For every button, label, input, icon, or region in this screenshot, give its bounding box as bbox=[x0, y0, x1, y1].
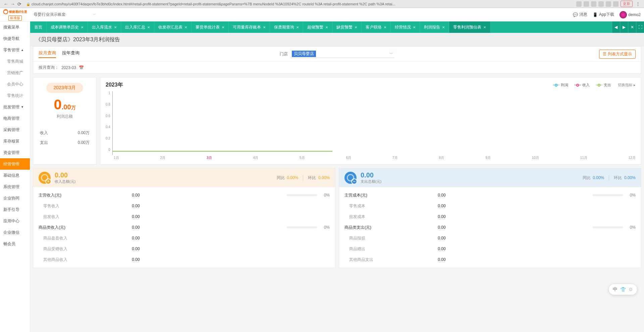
sidebar-item[interactable]: 基础信息 bbox=[0, 170, 30, 181]
sidebar-item[interactable]: 库存核算 bbox=[0, 135, 30, 147]
ext-icon[interactable] bbox=[606, 1, 611, 7]
sidebar-item[interactable]: 系统管理 bbox=[0, 181, 30, 192]
sidebar-item[interactable]: 营销推广 bbox=[0, 67, 30, 78]
income-panel: 0.00 收入总额(元) 同比 0.00% 环比 0.00% 主营收入(元)0.… bbox=[33, 168, 335, 268]
close-icon[interactable]: ✕ bbox=[184, 25, 187, 29]
browser-back-icon[interactable]: ← bbox=[3, 1, 9, 7]
sidebar-item[interactable]: 搜索菜单 bbox=[0, 21, 30, 33]
close-icon[interactable]: ✕ bbox=[384, 25, 386, 29]
app-download-link[interactable]: 📱 App下载 bbox=[593, 12, 614, 17]
sidebar-item[interactable]: 批发管理▼ bbox=[0, 101, 30, 113]
browser-url[interactable]: cloud.chanjet.com/hsy/u400f74daqxn/foTe3… bbox=[23, 2, 576, 6]
tab[interactable]: 出入库流水✕ bbox=[88, 21, 121, 33]
download-icon: 📱 bbox=[593, 12, 598, 17]
browser-update-button[interactable]: 更新 bbox=[621, 1, 633, 7]
close-icon[interactable]: ✕ bbox=[413, 25, 416, 29]
account-set-select[interactable]: 母婴行业演示账套 ﹀ bbox=[34, 12, 96, 17]
tab-scroll-right-icon[interactable]: ▶ bbox=[620, 21, 628, 33]
sidebar-item[interactable]: 经营管理 bbox=[0, 158, 30, 170]
user-menu[interactable]: demo2 bbox=[620, 11, 641, 18]
sidebar-item[interactable]: 零售商城 bbox=[0, 56, 30, 67]
sidebar-item[interactable]: 零售管理▲ bbox=[0, 44, 30, 56]
tab[interactable]: 保质期查询✕ bbox=[270, 21, 303, 33]
browser-reload-icon[interactable]: ⟳ bbox=[16, 1, 23, 7]
list-mode-button[interactable]: ☰ 列表方式显示 bbox=[599, 50, 636, 59]
expense-panel: 0.00 支出总额(元) 同比 0.00% 环比 0.00% 主营成本(元)0.… bbox=[339, 168, 641, 268]
close-icon[interactable]: ✕ bbox=[147, 25, 150, 29]
ext-icon[interactable] bbox=[613, 1, 619, 7]
ext-icon[interactable] bbox=[576, 1, 582, 7]
close-icon[interactable]: ✕ bbox=[355, 25, 357, 29]
calendar-icon[interactable]: 📅 bbox=[79, 65, 84, 70]
logo-edition: 标准版 bbox=[8, 15, 22, 21]
close-icon[interactable]: ✕ bbox=[325, 25, 328, 29]
sidebar-item[interactable]: 企业微信 bbox=[0, 227, 30, 238]
tab[interactable]: 利润报告✕ bbox=[420, 21, 449, 33]
browser-menu-icon[interactable]: ⋮ bbox=[635, 1, 641, 7]
switch-metric-button[interactable]: 切换指标 ▸ bbox=[618, 82, 636, 88]
sidebar-item[interactable]: 快捷导航 bbox=[0, 33, 30, 44]
tab[interactable]: 客户联络✕ bbox=[362, 21, 391, 33]
sidebar-item[interactable]: 会员中心 bbox=[0, 78, 30, 90]
ext-icon[interactable] bbox=[591, 1, 596, 7]
tab[interactable]: 要货单统计表✕ bbox=[192, 21, 229, 33]
store-value: 贝贝母婴店 bbox=[292, 51, 316, 57]
tabs-bar: 首页成本调整单历史✕出入库流水✕出入库汇总✕收发存汇总表✕要货单统计表✕可用量库… bbox=[30, 21, 644, 33]
tab-fullscreen-icon[interactable]: ⛶ bbox=[636, 21, 644, 33]
income-amount-label: 收入总额(元) bbox=[55, 179, 75, 184]
ext-icon[interactable] bbox=[598, 1, 604, 7]
tab[interactable]: 收发存汇总表✕ bbox=[154, 21, 192, 33]
sidebar-item[interactable]: 企业协同 bbox=[0, 192, 30, 204]
tab[interactable]: 超储预警✕ bbox=[303, 21, 332, 33]
month-query-value[interactable]: 2023-03 bbox=[61, 65, 76, 70]
app-logo[interactable]: 畅捷通好生意 标准版 bbox=[0, 8, 30, 21]
browser-extensions: 更新 ⋮ bbox=[576, 1, 641, 7]
ext-icon[interactable] bbox=[584, 1, 589, 7]
tab[interactable]: 成本调整单历史✕ bbox=[47, 21, 88, 33]
legend-item[interactable]: 支出 bbox=[596, 82, 611, 88]
tab-scroll-left-icon[interactable]: ◀ bbox=[612, 21, 620, 33]
tab[interactable]: 经营情况✕ bbox=[391, 21, 420, 33]
expense-amount: 0.00 bbox=[361, 171, 381, 179]
sidebar-item[interactable]: 应用中心 bbox=[0, 215, 30, 227]
tab-close-all-icon[interactable]: ✕ bbox=[628, 21, 636, 33]
sidebar-item[interactable]: 零售统计 bbox=[0, 90, 30, 101]
close-icon[interactable]: ✕ bbox=[114, 25, 117, 29]
x-tick: 4月 bbox=[253, 156, 259, 160]
filter-tab-year[interactable]: 按年查询 bbox=[62, 50, 79, 58]
filter-tab-month[interactable]: 按月查询 bbox=[39, 50, 56, 58]
x-tick: 10月 bbox=[532, 156, 539, 160]
tab[interactable]: 出入库汇总✕ bbox=[121, 21, 154, 33]
sidebar-item[interactable]: 资金管理 bbox=[0, 147, 30, 158]
sidebar-item[interactable]: 采购管理 bbox=[0, 124, 30, 135]
close-icon[interactable]: ✕ bbox=[483, 25, 486, 29]
filter-tabs: 按月查询 按年查询 bbox=[39, 50, 79, 58]
close-icon[interactable]: ✕ bbox=[81, 25, 84, 29]
summary-profit-label: 利润总额 bbox=[37, 114, 92, 119]
close-icon[interactable]: ✕ bbox=[263, 25, 266, 29]
sidebar-item[interactable]: 电商管理 bbox=[0, 113, 30, 124]
close-icon[interactable]: ✕ bbox=[222, 25, 224, 29]
panel-row: 零售成本0.00 bbox=[344, 201, 636, 211]
ime-float[interactable]: 中 👕 ⚙ bbox=[608, 284, 637, 295]
tab[interactable]: 可用量库存账本✕ bbox=[229, 21, 270, 33]
tab[interactable]: 缺货预警✕ bbox=[332, 21, 362, 33]
chart-legend: 利润 收入 支出 bbox=[553, 82, 611, 88]
x-tick: 7月 bbox=[392, 156, 398, 160]
legend-item[interactable]: 收入 bbox=[574, 82, 590, 88]
expense-panel-head: 0.00 支出总额(元) 同比 0.00% 环比 0.00% bbox=[339, 168, 641, 187]
store-select[interactable]: 门店 贝贝母婴店 ﹀ bbox=[280, 50, 394, 58]
income-amount: 0.00 bbox=[55, 171, 75, 179]
messages-link[interactable]: 💬 消息 bbox=[573, 12, 587, 17]
tab[interactable]: 零售利润预估表✕ bbox=[449, 21, 490, 33]
chart-plot: 10.80.60.40.20 bbox=[106, 91, 636, 155]
legend-item[interactable]: 利润 bbox=[553, 82, 568, 88]
browser-forward-icon[interactable]: → bbox=[9, 1, 16, 7]
tab[interactable]: 首页 bbox=[30, 21, 47, 33]
close-icon[interactable]: ✕ bbox=[442, 25, 445, 29]
sidebar-item[interactable]: 新手引导 bbox=[0, 204, 30, 215]
close-icon[interactable]: ✕ bbox=[296, 25, 299, 29]
x-tick: 8月 bbox=[439, 156, 444, 160]
sidebar-item[interactable]: 畅会员 bbox=[0, 238, 30, 250]
panel-row: 商品报损0.00 bbox=[344, 233, 636, 243]
